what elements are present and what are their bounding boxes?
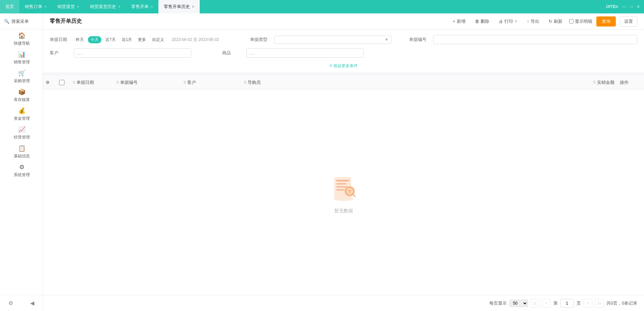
refresh-label: 刷新 — [554, 18, 562, 24]
customer-dots: ... — [77, 50, 83, 56]
sidebar-settings-btn[interactable]: ⚙ — [8, 300, 13, 306]
minimize-btn[interactable]: — — [622, 4, 626, 9]
print-button[interactable]: 🖨 打印 ▼ — [496, 17, 521, 26]
tab-retail-open-history-label: 零售开单历史 — [164, 4, 190, 10]
th-checkbox — [56, 80, 70, 85]
restore-btn[interactable]: □ — [630, 4, 633, 9]
svg-rect-4 — [336, 186, 348, 188]
per-page-select[interactable]: 50 10 20 100 — [509, 300, 528, 307]
sidebar-item-operations-label: 经营管理 — [14, 135, 30, 140]
tab-retail-open[interactable]: 零售开单 × — [126, 0, 158, 13]
tab-sales-return-label: 销货退货 — [57, 4, 75, 10]
tab-sales-order[interactable]: 销售订单 × — [19, 0, 52, 13]
per-page-label: 每页显示 — [489, 300, 507, 306]
display-detail-checkbox[interactable] — [569, 19, 574, 23]
tab-retail-open-history-close[interactable]: × — [192, 4, 194, 9]
query-button[interactable]: 查询 — [596, 16, 616, 27]
date-btn-last30[interactable]: 近1月 — [120, 36, 134, 43]
sidebar-item-finance[interactable]: 💰 资金管理 — [0, 105, 43, 123]
sidebar-search[interactable]: 🔍 搜索采单 — [0, 13, 43, 30]
tab-sales-return-close[interactable]: × — [77, 4, 79, 9]
bill-type-label: 单据类型 — [250, 37, 270, 43]
bill-no-input[interactable] — [433, 35, 637, 44]
sidebar-item-operations[interactable]: 📈 经营管理 — [0, 123, 43, 142]
delete-button[interactable]: 🗑 删除 — [472, 17, 492, 26]
sidebar-item-basic-info[interactable]: 📋 基础信息 — [0, 142, 43, 161]
select-all-checkbox[interactable] — [59, 80, 64, 85]
next-page-btn[interactable]: ＞ — [584, 299, 592, 308]
close-btn[interactable]: ✕ — [637, 4, 640, 9]
th-guide-label: 导购员 — [248, 80, 261, 86]
th-date-label: 单据日期 — [77, 80, 94, 86]
filter-row-1: 单据日期 昨天 今天 近7天 近1月 更多 自定义 2023-06-02 至 2… — [50, 35, 637, 44]
tab-retail-open-history[interactable]: 零售开单历史 × — [158, 0, 200, 13]
tab-sales-return-history-close[interactable]: × — [118, 4, 120, 9]
date-range-text: 2023-06-02 至 2023-06-02 — [171, 37, 219, 43]
add-button[interactable]: + 新增 — [450, 17, 468, 26]
export-label: 导出 — [531, 18, 539, 24]
basic-info-icon: 📋 — [18, 145, 26, 152]
sort-no-icon: ⇅ — [116, 80, 119, 85]
empty-icon — [327, 170, 360, 204]
table-header: ⚙ ⇅ 单据日期 ⇅ 单据编号 ⇅ 客户 ⇅ — [43, 76, 644, 89]
th-date[interactable]: ⇅ 单据日期 — [70, 80, 113, 86]
sidebar-item-sys-mgmt[interactable]: ⚙ 系统管理 — [0, 161, 43, 180]
add-label: 新增 — [457, 18, 465, 24]
export-button[interactable]: ↑ 导出 — [525, 17, 542, 26]
purchase-icon: 🛒 — [18, 69, 26, 77]
bill-type-select[interactable]: ▼ — [274, 36, 392, 44]
date-btn-more[interactable]: 更多 — [136, 36, 148, 43]
sidebar-item-purchase-mgmt-label: 采购管理 — [14, 78, 30, 84]
sidebar-collapse-btn[interactable]: ◀ — [30, 300, 34, 306]
last-page-btn[interactable]: ⟩⟩ — [595, 299, 604, 308]
tab-home[interactable]: 首页 — [0, 0, 19, 13]
th-guide[interactable]: ⇅ 导购员 — [241, 80, 281, 86]
refresh-icon: ↻ — [549, 19, 552, 24]
tab-sales-order-close[interactable]: × — [44, 4, 47, 9]
first-page-btn[interactable]: ⟨⟨ — [531, 299, 539, 308]
table-container: ⚙ ⇅ 单据日期 ⇅ 单据编号 ⇅ 客户 ⇅ — [43, 76, 644, 295]
svg-rect-5 — [336, 189, 345, 191]
customer-filter-label: 客户 — [50, 50, 70, 56]
table-settings-icon[interactable]: ⚙ — [46, 80, 50, 85]
content-area: 零售开单历史 + 新增 🗑 删除 🖨 打印 ▼ ↑ 导出 — [43, 13, 644, 311]
customer-input[interactable]: ... — [74, 48, 191, 58]
goods-input[interactable]: ... — [246, 48, 364, 58]
operations-icon: 📈 — [18, 126, 26, 133]
display-detail[interactable]: 显示明细 — [569, 18, 592, 24]
sidebar-item-inventory[interactable]: 📦 库存核算 — [0, 86, 43, 105]
settings-button[interactable]: 设置 — [620, 16, 637, 27]
th-action: 操作 — [617, 80, 644, 86]
date-btn-yesterday[interactable]: 昨天 — [74, 36, 86, 43]
pagination: 每页显示 50 10 20 100 ⟨⟨ ＜ 第 页 ＞ ⟩⟩ 共0页，0条记录 — [43, 295, 644, 311]
sidebar-item-sales-mgmt-label: 销售管理 — [14, 59, 30, 65]
brand-label: OfTEn — [606, 4, 618, 9]
sidebar-item-purchase-mgmt[interactable]: 🛒 采购管理 — [0, 67, 43, 86]
collapse-row[interactable]: ∧ 收起更多条件 — [50, 62, 637, 70]
tab-sales-return-history[interactable]: 销货退货历史 × — [85, 0, 126, 13]
page-header: 零售开单历史 + 新增 🗑 删除 🖨 打印 ▼ ↑ 导出 — [43, 13, 644, 30]
date-filter-buttons: 昨天 今天 近7天 近1月 更多 自定义 — [74, 36, 166, 43]
date-btn-custom[interactable]: 自定义 — [150, 36, 166, 43]
th-settings[interactable]: ⚙ — [43, 80, 56, 85]
print-label: 打印 — [504, 18, 513, 24]
bill-no-label: 单据编号 — [409, 37, 429, 43]
prev-page-btn[interactable]: ＜ — [542, 299, 551, 308]
inventory-icon: 📦 — [18, 88, 26, 96]
th-customer-label: 客户 — [187, 80, 196, 86]
sidebar-item-quick-nav[interactable]: 🏠 快捷导航 — [0, 30, 43, 48]
page-label: 页 — [577, 300, 581, 306]
delete-label: 删除 — [481, 18, 489, 24]
page-number-input[interactable] — [560, 299, 574, 308]
date-btn-today[interactable]: 今天 — [88, 36, 101, 43]
sidebar-item-sales-mgmt[interactable]: 📊 销售管理 — [0, 48, 43, 67]
tab-sales-return[interactable]: 销货退货 × — [52, 0, 85, 13]
th-no[interactable]: ⇅ 单据编号 — [113, 80, 181, 86]
print-arrow-icon: ▼ — [514, 19, 518, 23]
th-amount[interactable]: ⇅ 实销金额 — [577, 80, 617, 86]
refresh-button[interactable]: ↻ 刷新 — [546, 17, 565, 26]
display-detail-label: 显示明细 — [575, 18, 592, 24]
date-btn-last7[interactable]: 近7天 — [103, 36, 118, 43]
th-customer[interactable]: ⇅ 客户 — [181, 80, 241, 86]
tab-retail-open-close[interactable]: × — [151, 4, 153, 9]
